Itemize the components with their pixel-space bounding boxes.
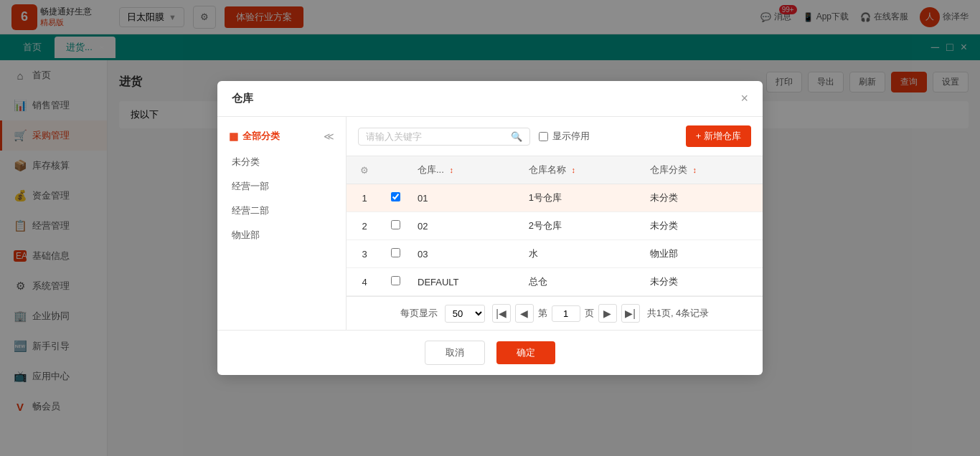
first-page-button[interactable]: |◀	[492, 304, 511, 323]
row-code: 02	[409, 212, 520, 240]
category-item-wfl[interactable]: 未分类	[217, 150, 346, 174]
modal-left-panel: ▦ 全部分类 ≪ 未分类 经营一部 经营二部 物业部	[217, 117, 347, 330]
row-category: 未分类	[641, 268, 763, 296]
row-code: DEFAULT	[409, 268, 520, 296]
col-name[interactable]: 仓库名称 ↕	[520, 156, 641, 184]
last-page-button[interactable]: ▶|	[621, 304, 640, 323]
row-checkbox[interactable]	[382, 240, 409, 268]
modal-header: 仓库 ×	[217, 81, 763, 117]
category-item-jy2[interactable]: 经营二部	[217, 199, 346, 223]
confirm-button[interactable]: 确定	[496, 341, 555, 364]
row-checkbox[interactable]	[382, 268, 409, 296]
modal-toolbar: 🔍 显示停用 + 新增仓库	[347, 117, 763, 156]
category-item-wyd[interactable]: 物业部	[217, 223, 346, 247]
category-header: ▦ 全部分类 ≪	[217, 125, 346, 150]
row-name: 2号仓库	[520, 212, 641, 240]
row-checkbox[interactable]	[382, 184, 409, 212]
row-category: 未分类	[641, 212, 763, 240]
category-title: ▦ 全部分类	[229, 130, 280, 143]
per-page-select[interactable]: 50 20 100	[445, 305, 485, 323]
row-category: 未分类	[641, 184, 763, 212]
page-nav: |◀ ◀ 第 页 ▶ ▶|	[492, 304, 640, 323]
pagination: 每页显示 50 20 100 |◀ ◀ 第 页 ▶ ▶|	[347, 296, 763, 330]
page-input[interactable]	[552, 305, 580, 322]
row-code: 01	[409, 184, 520, 212]
row-no: 2	[347, 212, 382, 240]
category-item-jy1[interactable]: 经营一部	[217, 174, 346, 199]
add-warehouse-button[interactable]: + 新增仓库	[686, 125, 751, 147]
modal-body: ▦ 全部分类 ≪ 未分类 经营一部 经营二部 物业部 🔍	[217, 117, 763, 330]
collapse-icon[interactable]: ≪	[324, 130, 334, 142]
row-checkbox[interactable]	[382, 212, 409, 240]
sort-icon: ↕	[693, 166, 697, 174]
search-icon[interactable]: 🔍	[511, 131, 522, 142]
row-name: 总仓	[520, 268, 641, 296]
row-category: 物业部	[641, 240, 763, 268]
modal-title: 仓库	[232, 92, 253, 105]
row-name: 1号仓库	[520, 184, 641, 212]
grid-icon: ▦	[229, 130, 238, 142]
modal-overlay: 仓库 × ▦ 全部分类 ≪ 未分类 经营一部 经营二部 物业部	[0, 0, 980, 456]
sort-icon: ↕	[449, 166, 453, 174]
row-no: 1	[347, 184, 382, 212]
modal-actions: 取消 确定	[217, 330, 763, 375]
row-code: 03	[409, 240, 520, 268]
row-no: 4	[347, 268, 382, 296]
table-row[interactable]: 3 03 水 物业部	[347, 240, 763, 268]
col-gear: ⚙	[347, 156, 382, 184]
sort-icon: ↕	[571, 166, 575, 174]
cancel-button[interactable]: 取消	[425, 341, 485, 365]
table-row[interactable]: 1 01 1号仓库 未分类	[347, 184, 763, 212]
warehouse-table: ⚙ 仓库... ↕ 仓库名称 ↕	[347, 156, 763, 296]
table-row[interactable]: 2 02 2号仓库 未分类	[347, 212, 763, 240]
col-checkbox	[382, 156, 409, 184]
show-disabled-wrap: 显示停用	[539, 130, 590, 143]
prev-page-button[interactable]: ◀	[515, 304, 534, 323]
row-no: 3	[347, 240, 382, 268]
show-disabled-checkbox[interactable]	[539, 132, 548, 141]
modal-right-panel: 🔍 显示停用 + 新增仓库 ⚙	[347, 117, 763, 330]
search-input[interactable]	[366, 131, 511, 142]
row-name: 水	[520, 240, 641, 268]
warehouse-modal: 仓库 × ▦ 全部分类 ≪ 未分类 经营一部 经营二部 物业部	[217, 81, 763, 375]
modal-close-button[interactable]: ×	[740, 91, 748, 106]
col-code[interactable]: 仓库... ↕	[409, 156, 520, 184]
table-row[interactable]: 4 DEFAULT 总仓 未分类	[347, 268, 763, 296]
col-category[interactable]: 仓库分类 ↕	[641, 156, 763, 184]
next-page-button[interactable]: ▶	[598, 304, 617, 323]
search-input-wrap: 🔍	[358, 128, 530, 146]
